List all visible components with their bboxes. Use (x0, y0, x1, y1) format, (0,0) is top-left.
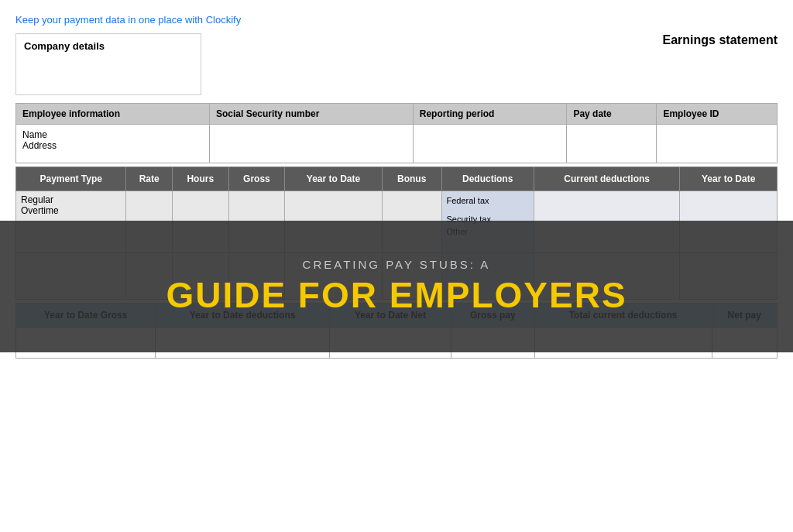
pay-header-bonus: Bonus (382, 167, 441, 191)
company-label: Company details (24, 40, 105, 52)
employee-table: Employee information Social Security num… (15, 103, 778, 163)
pay-header-gross: Gross (228, 167, 285, 191)
emp-header-ssn: Social Security number (209, 104, 413, 125)
emp-reporting-period (413, 125, 567, 163)
pay-header-rate: Rate (126, 167, 172, 191)
pay-header-type: Payment Type (16, 167, 126, 191)
clockify-link-container: Keep your payment data in one place with… (0, 0, 793, 33)
overlay-subtitle: CREATING PAY STUBS: A (303, 258, 491, 271)
emp-header-paydate: Pay date (567, 104, 657, 125)
earnings-statement-title: Earnings statement (663, 33, 778, 47)
pay-header-hours: Hours (172, 167, 228, 191)
emp-header-reporting: Reporting period (413, 104, 567, 125)
pay-header-row: Payment Type Rate Hours Gross Year to Da… (16, 167, 778, 191)
company-details-box: Company details (15, 33, 201, 95)
pay-header-ytd: Year to Date (285, 167, 383, 191)
overlay: CREATING PAY STUBS: A GUIDE FOR EMPLOYER… (0, 221, 793, 352)
overlay-title: GUIDE FOR EMPLOYERS (166, 274, 627, 316)
clockify-link[interactable]: Keep your payment data in one place with… (15, 14, 241, 26)
emp-name-address: NameAddress (16, 125, 210, 163)
emp-header-id: Employee ID (657, 104, 778, 125)
emp-pay-date (567, 125, 657, 163)
federal-tax-label: Federal tax (447, 194, 529, 207)
pay-header-deductions: Deductions (441, 167, 534, 191)
pay-header-current-ded: Current deductions (534, 167, 679, 191)
emp-header-info: Employee information (16, 104, 210, 125)
emp-row: NameAddress (16, 125, 778, 163)
emp-ssn (209, 125, 413, 163)
emp-id (657, 125, 778, 163)
pay-header-ytd2: Year to Date (680, 167, 778, 191)
